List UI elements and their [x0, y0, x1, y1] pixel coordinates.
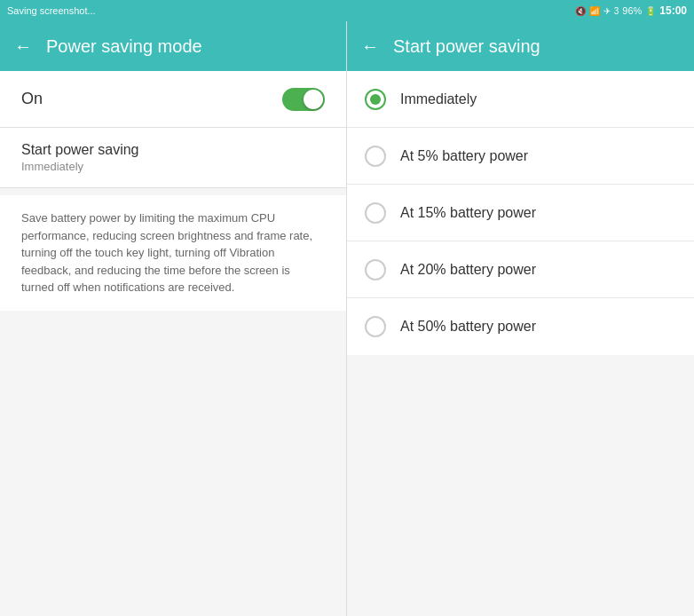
- radio-item-3[interactable]: At 20% battery power: [347, 241, 694, 298]
- battery-percent: 96%: [622, 5, 642, 16]
- airplane-icon: ✈: [603, 6, 611, 16]
- battery-icon: 🔋: [645, 6, 656, 16]
- start-power-saving-subtitle: Immediately: [21, 160, 325, 173]
- description-text: Save battery power by limiting the maxim…: [21, 209, 325, 296]
- time-display: 15:00: [659, 4, 687, 17]
- radio-item-1[interactable]: At 5% battery power: [347, 128, 694, 185]
- wifi-icon: 📶: [589, 6, 600, 16]
- power-saving-toggle[interactable]: [282, 88, 325, 111]
- start-power-saving-title: Start power saving: [21, 142, 325, 158]
- radio-circle-2: [365, 202, 386, 224]
- toggle-label: On: [21, 90, 43, 108]
- radio-item-4[interactable]: At 50% battery power: [347, 298, 694, 355]
- left-back-button[interactable]: ←: [14, 36, 32, 57]
- radio-item-2[interactable]: At 15% battery power: [347, 185, 694, 241]
- screenshot-notification: Saving screenshot...: [7, 5, 96, 16]
- radio-circle-3: [365, 259, 386, 280]
- sim-icon: 3: [614, 6, 619, 16]
- right-back-button[interactable]: ←: [361, 36, 379, 57]
- status-bar-right: 🔇 📶 ✈ 3 96% 🔋 15:00: [347, 0, 694, 21]
- description-section: Save battery power by limiting the maxim…: [0, 195, 346, 311]
- radio-circle-0: [365, 89, 386, 110]
- radio-item-0[interactable]: Immediately: [347, 71, 694, 128]
- radio-label-2: At 15% battery power: [400, 205, 536, 221]
- status-bar-left: Saving screenshot...: [0, 0, 347, 21]
- left-panel: ← Power saving mode On Start power savin…: [0, 21, 347, 616]
- start-power-saving-row[interactable]: Start power saving Immediately: [0, 128, 346, 188]
- right-panel-title: Start power saving: [393, 36, 540, 57]
- right-panel-header: ← Start power saving: [347, 21, 694, 71]
- right-panel: ← Start power saving ImmediatelyAt 5% ba…: [347, 21, 694, 616]
- radio-label-0: Immediately: [400, 91, 477, 107]
- left-panel-header: ← Power saving mode: [0, 21, 346, 71]
- radio-circle-4: [365, 316, 386, 337]
- left-panel-title: Power saving mode: [46, 36, 202, 57]
- radio-label-3: At 20% battery power: [400, 262, 536, 278]
- radio-options-list: ImmediatelyAt 5% battery powerAt 15% bat…: [347, 71, 694, 355]
- radio-label-1: At 5% battery power: [400, 148, 528, 164]
- radio-label-4: At 50% battery power: [400, 319, 536, 335]
- radio-circle-1: [365, 146, 386, 167]
- power-saving-toggle-row: On: [0, 71, 346, 128]
- signal-mute-icon: 🔇: [575, 6, 586, 16]
